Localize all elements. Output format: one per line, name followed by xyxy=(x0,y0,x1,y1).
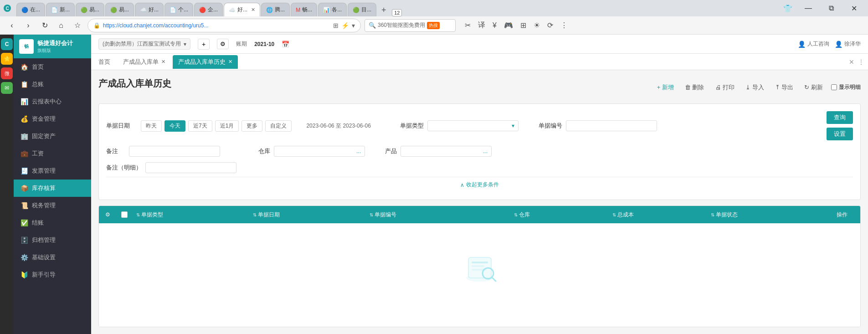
query-button[interactable]: 查询 xyxy=(827,111,853,124)
number-filter-input[interactable] xyxy=(566,120,657,131)
customer-service-link[interactable]: 👤 人工咨询 xyxy=(798,40,829,48)
tab-8-close[interactable]: ✕ xyxy=(251,7,255,13)
app-icon-chanjet[interactable]: C xyxy=(1,38,13,50)
calendar-button[interactable]: 📅 xyxy=(282,41,289,48)
sidebar-item-home[interactable]: 🏠 首页 xyxy=(14,58,91,76)
app-icon-email[interactable]: ✉ xyxy=(1,82,13,94)
collapse-bar[interactable]: ∧ 收起更多条件 xyxy=(106,177,853,192)
table-col-type[interactable]: ⇅ 单据类型 xyxy=(133,211,249,219)
add-account-button[interactable]: + xyxy=(198,39,210,50)
browser-tab-12[interactable]: 🟢 目... xyxy=(348,3,376,16)
browser-tab-2[interactable]: 📄 新... xyxy=(46,3,75,16)
table-col-check[interactable] xyxy=(116,211,133,218)
window-minimize-button[interactable]: — xyxy=(798,0,819,16)
filter-settings-button[interactable]: 设置 xyxy=(827,128,853,140)
window-restore-button[interactable]: ⧉ xyxy=(821,0,842,16)
scissors-toolbar-btn[interactable]: ✂ xyxy=(463,20,473,31)
sidebar-item-archive[interactable]: 🗄️ 归档管理 xyxy=(14,231,91,249)
sidebar-item-tax[interactable]: 📜 税务管理 xyxy=(14,197,91,214)
new-tab-button[interactable]: + xyxy=(377,4,390,16)
sidebar-item-payroll[interactable]: 💼 工资 xyxy=(14,145,91,162)
content-header-toolbar: (勿删勿禁用）江西服宝测试专用 ▾ + ⚙ 账期 2021-10 📅 👤 人工咨… xyxy=(91,35,868,54)
table-col-status[interactable]: ⇅ 单据状态 xyxy=(707,211,824,219)
tab-voucher-history[interactable]: 产成品入库单历史 ✕ xyxy=(173,55,238,69)
sidebar-item-invoice[interactable]: 🧾 发票管理 xyxy=(14,162,91,180)
sidebar-item-assets[interactable]: 🏢 固定资产 xyxy=(14,128,91,145)
tab-bar-close-icon[interactable]: ✕ xyxy=(849,58,854,66)
browser-tab-9[interactable]: 🌐 腾... xyxy=(261,3,290,16)
breadcrumb-home[interactable]: 首页 xyxy=(95,56,114,68)
date-btn-yesterday[interactable]: 昨天 xyxy=(141,120,162,132)
bookmark-button[interactable]: ☆ xyxy=(71,19,84,32)
browser-tab-6[interactable]: 📄 个... xyxy=(164,3,193,16)
print-button[interactable]: 🖨 打印 xyxy=(713,82,738,92)
window-close-button[interactable]: ✕ xyxy=(843,0,864,16)
browser-tab-1[interactable]: 🔵 在... xyxy=(16,3,45,16)
translate-toolbar-btn[interactable]: 译 xyxy=(476,20,487,31)
back-button[interactable]: ‹ xyxy=(5,19,18,32)
browser-tab-5[interactable]: ☁️ 好... xyxy=(135,3,164,16)
date-btn-7days[interactable]: 近7天 xyxy=(188,120,212,132)
grid-toolbar-btn[interactable]: ⊞ xyxy=(519,20,528,31)
add-button[interactable]: + 新增 xyxy=(654,82,677,92)
shirt-icon[interactable]: 👕 xyxy=(780,2,796,15)
search-bar-extension[interactable]: 🔍 360智能抠图免费用 热搜 xyxy=(365,19,456,32)
table-settings-icon: ⚙ xyxy=(105,211,110,218)
browser-tab-8[interactable]: ☁️ 好... ✕ xyxy=(224,3,260,16)
show-detail-checkbox-label[interactable]: 显示明细 xyxy=(831,83,861,91)
sidebar-item-reports[interactable]: 📊 云报表中心 xyxy=(14,93,91,110)
gear-icon: ⚙ xyxy=(220,41,226,47)
tab-voucher-list[interactable]: 产成品入库单 ✕ xyxy=(118,55,171,69)
sun-toolbar-btn[interactable]: ☀ xyxy=(532,20,542,31)
browser-tab-3[interactable]: 🟢 易... xyxy=(76,3,104,16)
account-settings-button[interactable]: ⚙ xyxy=(217,39,229,49)
tab-bar-more-icon[interactable]: ⋮ xyxy=(858,58,864,66)
forward-button[interactable]: › xyxy=(22,19,35,32)
type-select[interactable]: ▾ xyxy=(427,120,519,131)
account-selector[interactable]: (勿删勿禁用）江西服宝测试专用 ▾ xyxy=(98,38,190,50)
tab-voucher-list-close[interactable]: ✕ xyxy=(161,59,165,65)
warehouse-select[interactable]: ... xyxy=(274,146,365,157)
remark-filter-input[interactable] xyxy=(129,146,220,157)
browser-tab-11[interactable]: 📊 各... xyxy=(318,3,347,16)
delete-button[interactable]: 🗑 删除 xyxy=(682,82,707,92)
more-toolbar-btn[interactable]: ⋮ xyxy=(559,20,570,31)
user-profile[interactable]: 👤 徐泽华 xyxy=(835,40,861,48)
table-col-settings[interactable]: ⚙ xyxy=(99,211,116,218)
date-btn-today[interactable]: 今天 xyxy=(164,120,185,132)
app-icon-weibo[interactable]: 微 xyxy=(1,67,13,79)
product-select[interactable]: ... xyxy=(401,146,492,157)
sidebar-item-inventory[interactable]: 📦 库存核算 xyxy=(14,180,91,197)
dropdown-icon[interactable]: ▾ xyxy=(352,22,355,29)
export-button[interactable]: ⤒ 导出 xyxy=(772,82,796,92)
url-bar[interactable]: 🔒 https://cloud.chanjet.com/accounting/u… xyxy=(87,19,361,32)
table-select-all-checkbox[interactable] xyxy=(121,211,128,218)
sidebar-item-settings[interactable]: ⚙️ 基础设置 xyxy=(14,249,91,266)
home-button[interactable]: ⌂ xyxy=(55,19,67,32)
tab-voucher-history-close[interactable]: ✕ xyxy=(228,59,232,65)
content-area: (勿删勿禁用）江西服宝测试专用 ▾ + ⚙ 账期 2021-10 📅 👤 人工咨… xyxy=(91,35,868,334)
browser-tab-4[interactable]: 🟢 易... xyxy=(105,3,134,16)
sidebar-item-settlement[interactable]: ✅ 结账 xyxy=(14,214,91,231)
table-col-date[interactable]: ⇅ 单据日期 xyxy=(249,211,366,219)
sidebar-item-newentry[interactable]: 🔰 新手引导 xyxy=(14,266,91,283)
sidebar-item-funds[interactable]: 💰 资金管理 xyxy=(14,110,91,128)
date-btn-more[interactable]: 更多 xyxy=(241,120,262,132)
date-btn-custom[interactable]: 自定义 xyxy=(265,120,292,132)
table-col-cost[interactable]: ⇅ 总成本 xyxy=(609,211,707,219)
sync-toolbar-btn[interactable]: ⟳ xyxy=(545,20,555,31)
browser-tab-7[interactable]: 🔴 企... xyxy=(194,3,223,16)
detail-remark-input[interactable] xyxy=(145,162,236,173)
browser-tab-10[interactable]: M 畅... xyxy=(291,3,317,16)
table-col-warehouse[interactable]: ⇅ 仓库 xyxy=(510,211,609,219)
app-icon-star[interactable]: ⭐ xyxy=(1,53,13,65)
refresh-button[interactable]: ↻ xyxy=(38,19,51,32)
import-button[interactable]: ⤓ 导入 xyxy=(743,82,767,92)
game-toolbar-btn[interactable]: 🎮 xyxy=(502,20,515,31)
show-detail-checkbox[interactable] xyxy=(831,84,837,90)
yuan-toolbar-btn[interactable]: ¥ xyxy=(491,21,498,31)
date-btn-1month[interactable]: 近1月 xyxy=(215,120,239,132)
refresh-page-button[interactable]: ↻ 刷新 xyxy=(801,82,826,92)
table-col-number[interactable]: ⇅ 单据编号 xyxy=(366,211,510,219)
sidebar-item-ledger[interactable]: 📋 总账 xyxy=(14,76,91,93)
